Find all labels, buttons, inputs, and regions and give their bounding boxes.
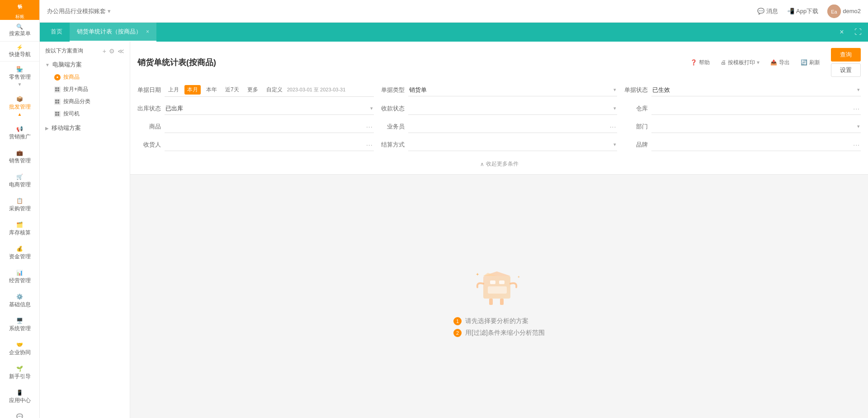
- sidebar-item-appcenter[interactable]: 📱 应用中心: [0, 385, 39, 409]
- sidebar-item-marketing[interactable]: 📢 营销推广: [0, 121, 39, 145]
- sidebar-item-basic[interactable]: ⚙️ 基础信息: [0, 289, 39, 313]
- tree-child-driver[interactable]: 按司机: [43, 108, 126, 120]
- doc-type-value: 销货单: [409, 86, 612, 94]
- panel-add-btn[interactable]: +: [103, 48, 106, 55]
- goods-dots[interactable]: ···: [366, 123, 373, 130]
- receiver-control[interactable]: ···: [165, 138, 374, 151]
- print-btn[interactable]: 🖨 按模板打印 ▾: [717, 57, 763, 68]
- logo[interactable]: 畅 标账: [0, 0, 39, 20]
- avatar: Ea: [827, 5, 841, 18]
- sidebar-item-weixin[interactable]: 💬 企业微信: [0, 409, 39, 418]
- doc-status-label: 单据状态: [624, 86, 648, 94]
- doc-type-dropdown[interactable]: ▾: [613, 87, 616, 93]
- dept-dropdown[interactable]: ▾: [857, 124, 860, 129]
- svg-rect-18: [499, 280, 505, 284]
- sidebar-item-finance[interactable]: 💰 资金管理: [0, 241, 39, 265]
- tab-bar: 首页 销货单统计表（按商品） × × ⛶: [40, 23, 868, 42]
- collect-status-control[interactable]: ▾: [408, 102, 618, 115]
- filter-doc-status: 单据状态 已生效 ▾: [624, 84, 861, 96]
- svg-rect-11: [57, 102, 59, 104]
- tip-text-2: 用[过滤]条件来缩小分析范围: [465, 329, 545, 337]
- warehouse-dots[interactable]: ···: [853, 105, 860, 112]
- sidebar-item-enterprise[interactable]: 🤝 企业协同: [0, 337, 39, 361]
- date-btn-7days[interactable]: 近7天: [222, 85, 242, 95]
- sidebar-item-system[interactable]: 🖥️ 系统管理: [0, 313, 39, 337]
- receiver-label: 收货人: [137, 141, 161, 149]
- out-status-dropdown[interactable]: ▾: [370, 105, 373, 111]
- goods-category-label: 按商品分类: [63, 98, 90, 105]
- out-status-label: 出库状态: [137, 104, 161, 113]
- sidebar-item-retail[interactable]: 🏪 零售管理 ▼: [0, 62, 39, 91]
- tree-parent-desktop[interactable]: ▼ 电脑端方案: [43, 58, 126, 71]
- date-btn-this-year[interactable]: 本年: [203, 85, 220, 95]
- collect-status-dropdown[interactable]: ▾: [613, 105, 616, 111]
- date-btn-custom[interactable]: 自定义: [264, 85, 285, 95]
- doc-status-control[interactable]: 已生效 ▾: [651, 84, 861, 96]
- payment-dropdown[interactable]: ▾: [613, 142, 616, 147]
- empty-state: ✦ ✦ 1 请先选择要分析的方案 2 用[过滤]条件来缩小分析范围: [130, 175, 868, 418]
- settings-button[interactable]: 设置: [831, 63, 861, 77]
- help-btn[interactable]: ❓ 帮助: [687, 57, 713, 68]
- tab-close-btn[interactable]: ×: [146, 28, 149, 35]
- brand-label: 品牌: [624, 141, 648, 149]
- query-button[interactable]: 查询: [831, 48, 861, 62]
- goods-control[interactable]: ···: [165, 120, 374, 133]
- sidebar-item-purchase[interactable]: 📋 采购管理: [0, 193, 39, 217]
- app-download-btn[interactable]: 📲 App下载: [787, 7, 818, 15]
- tip-num-1: 1: [453, 317, 462, 325]
- date-range: 2023-03-01 至 2023-03-31: [287, 86, 346, 93]
- tab-home[interactable]: 首页: [43, 23, 70, 42]
- sidebar-search[interactable]: 🔍 搜索菜单: [0, 20, 39, 42]
- date-label: 单据日期: [137, 86, 161, 94]
- sidebar-item-sales[interactable]: 💼 销售管理: [0, 145, 39, 169]
- collapse-row[interactable]: ∧ 收起更多条件: [137, 157, 861, 168]
- tab-active[interactable]: 销货单统计表（按商品） ×: [70, 23, 156, 42]
- empty-tips: 1 请先选择要分析的方案 2 用[过滤]条件来缩小分析范围: [453, 317, 545, 337]
- collect-status-label: 收款状态: [381, 104, 405, 113]
- doc-status-dropdown[interactable]: ▾: [857, 87, 860, 93]
- filter-warehouse: 仓库 ···: [624, 102, 861, 115]
- date-btn-more[interactable]: 更多: [245, 85, 261, 95]
- title-dropdown-icon[interactable]: ▾: [108, 8, 111, 14]
- salesman-control[interactable]: ···: [408, 120, 618, 133]
- message-btn[interactable]: 💬 消息: [757, 7, 778, 15]
- refresh-btn[interactable]: 🔄 刷新: [797, 57, 824, 68]
- date-btn-this-month[interactable]: 本月: [184, 85, 201, 95]
- panel-settings-btn[interactable]: ⚙: [109, 48, 115, 55]
- tab-minimize-btn[interactable]: ×: [835, 26, 848, 38]
- brand-dots[interactable]: ···: [853, 141, 860, 148]
- sidebar-item-operation[interactable]: 📊 经营管理: [0, 265, 39, 289]
- panel-collapse-btn[interactable]: ≪: [118, 48, 124, 55]
- user-menu[interactable]: Ea demo2: [827, 5, 861, 18]
- tree-child-by-goods[interactable]: ● 按商品: [43, 71, 126, 83]
- tree-parent-mobile[interactable]: ▶ 移动端方案: [43, 122, 126, 134]
- tree-child-goods-category[interactable]: 按商品分类: [43, 95, 126, 108]
- month-goods-icon: [54, 86, 61, 93]
- empty-illustration: ✦ ✦: [472, 256, 526, 310]
- receiver-dots[interactable]: ···: [366, 141, 373, 148]
- warehouse-control[interactable]: ···: [651, 102, 861, 115]
- right-panel: 销货单统计表(按商品) ❓ 帮助 🖨 按模板打印 ▾ 📤: [130, 42, 868, 418]
- sidebar-item-newbie[interactable]: 🌱 新手引导: [0, 361, 39, 385]
- svg-rect-4: [55, 87, 57, 89]
- dept-control[interactable]: ▾: [651, 120, 861, 133]
- tree-child-month-goods[interactable]: 按月+商品: [43, 83, 126, 95]
- date-btn-last-month[interactable]: 上月: [165, 85, 182, 95]
- brand-control[interactable]: ···: [651, 138, 861, 151]
- svg-text:✦: ✦: [517, 275, 520, 279]
- tip-text-1: 请先选择要分析的方案: [465, 317, 528, 325]
- sidebar-item-ecommerce[interactable]: 🛒 电商管理: [0, 169, 39, 193]
- out-status-control[interactable]: 已出库 ▾: [165, 102, 374, 115]
- payment-control[interactable]: ▾: [408, 138, 618, 151]
- tree-mobile-label: 移动端方案: [52, 124, 81, 132]
- sidebar-item-inventory[interactable]: 🗂️ 库存核算: [0, 217, 39, 241]
- top-header: 办公用品行业模拟账套 ▾ 💬 消息 📲 App下载 Ea demo2: [40, 0, 868, 23]
- filter-salesman: 业务员 ···: [381, 120, 618, 133]
- salesman-dots[interactable]: ···: [610, 123, 617, 130]
- sidebar-quick-nav[interactable]: ⚡ 快捷导航: [0, 42, 39, 62]
- export-btn[interactable]: 📤 导出: [767, 57, 793, 68]
- sidebar-item-wholesale[interactable]: 📦 批发管理 ▲: [0, 91, 39, 121]
- svg-rect-20: [489, 299, 493, 305]
- tab-maximize-btn[interactable]: ⛶: [852, 26, 864, 38]
- doc-type-control[interactable]: 销货单 ▾: [408, 84, 618, 96]
